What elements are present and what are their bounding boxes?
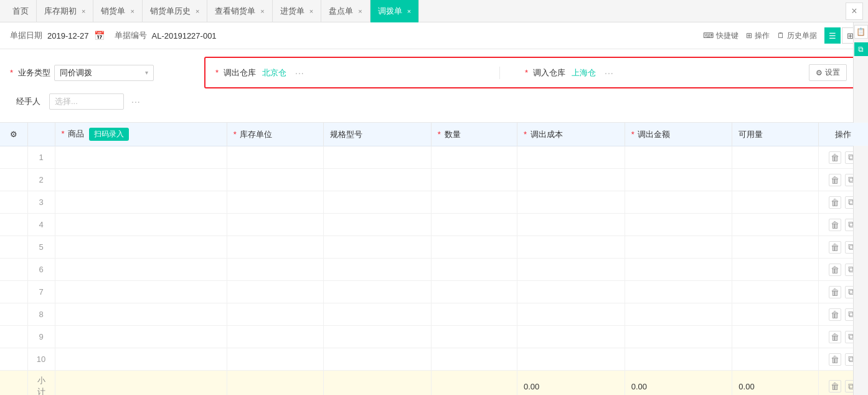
row-delete-icon[interactable]: 🗑 (829, 241, 841, 254)
row-available[interactable] (732, 348, 818, 371)
row-delete-icon[interactable]: 🗑 (829, 264, 841, 276)
row-spec[interactable] (324, 214, 432, 236)
row-product[interactable] (55, 169, 227, 191)
row-delete-icon[interactable]: 🗑 (829, 353, 841, 366)
row-product[interactable] (55, 259, 227, 281)
row-qty[interactable] (431, 191, 517, 214)
row-spec[interactable] (324, 146, 432, 169)
row-delete-icon[interactable]: 🗑 (829, 151, 841, 164)
handler-more-icon[interactable]: ··· (131, 97, 141, 107)
tab-home[interactable]: 首页 (5, 0, 37, 22)
row-delete-icon[interactable]: 🗑 (829, 196, 841, 209)
row-available[interactable] (732, 236, 818, 259)
row-unit[interactable] (227, 191, 323, 214)
row-available[interactable] (732, 303, 818, 326)
row-qty[interactable] (431, 259, 517, 281)
tab-view-sales-close[interactable]: × (260, 7, 264, 15)
row-product[interactable] (55, 236, 227, 259)
tab-view-sales[interactable]: 查看销货单 × (207, 0, 272, 22)
row-qty[interactable] (431, 348, 517, 371)
shortcut-action[interactable]: ⌨ 快捷键 (703, 31, 738, 41)
row-amount[interactable] (625, 146, 732, 169)
row-available[interactable] (732, 146, 818, 169)
row-spec[interactable] (324, 259, 432, 281)
tab-transfer-order-close[interactable]: × (407, 7, 411, 15)
gear-icon[interactable]: ⚙ (10, 130, 17, 139)
row-delete-icon[interactable]: 🗑 (829, 308, 841, 321)
handler-input[interactable]: 选择... (49, 93, 124, 110)
row-delete-icon[interactable]: 🗑 (829, 174, 841, 186)
row-product[interactable] (55, 191, 227, 214)
tab-purchase-order-close[interactable]: × (309, 7, 313, 15)
tab-inventory-check[interactable]: 盘点单 × (321, 0, 370, 22)
row-unit[interactable] (227, 259, 323, 281)
tab-transfer-order[interactable]: 调拨单 × (370, 0, 419, 22)
wh-in-more-icon[interactable]: ··· (605, 68, 614, 78)
row-product[interactable] (55, 326, 227, 348)
tab-sales-history[interactable]: 销货单历史 × (143, 0, 207, 22)
row-available[interactable] (732, 259, 818, 281)
row-unit[interactable] (227, 236, 323, 259)
row-qty[interactable] (431, 303, 517, 326)
row-cost[interactable] (517, 191, 625, 214)
row-cost[interactable] (517, 214, 625, 236)
row-qty[interactable] (431, 281, 517, 303)
window-close-button[interactable]: × (846, 2, 863, 20)
row-available[interactable] (732, 281, 818, 303)
th-gear[interactable]: ⚙ (0, 123, 27, 146)
wh-out-more-icon[interactable]: ··· (295, 68, 304, 78)
row-amount[interactable] (625, 191, 732, 214)
row-unit[interactable] (227, 281, 323, 303)
row-cost[interactable] (517, 169, 625, 191)
row-qty[interactable] (431, 169, 517, 191)
tab-sales-history-close[interactable]: × (196, 7, 199, 15)
row-product[interactable] (55, 146, 227, 169)
row-cost[interactable] (517, 259, 625, 281)
sidebar-external-btn[interactable]: ⧉ (854, 42, 868, 56)
row-cost[interactable] (517, 326, 625, 348)
row-qty[interactable] (431, 236, 517, 259)
row-spec[interactable] (324, 191, 432, 214)
biz-type-select[interactable]: 同价调拨 ▾ (54, 65, 154, 81)
row-delete-icon[interactable]: 🗑 (829, 286, 841, 298)
table-container[interactable]: ⚙ * 商品 扫码录入 * 库存单位 规格型号 (0, 123, 868, 395)
row-amount[interactable] (625, 259, 732, 281)
row-spec[interactable] (324, 348, 432, 371)
row-delete-icon[interactable]: 🗑 (829, 380, 841, 393)
row-unit[interactable] (227, 169, 323, 191)
row-product[interactable] (55, 281, 227, 303)
tab-inventory-init[interactable]: 库存期初 × (37, 0, 93, 22)
list-view-btn[interactable]: ☰ (824, 27, 841, 44)
row-unit[interactable] (227, 303, 323, 326)
row-amount[interactable] (625, 281, 732, 303)
scan-button[interactable]: 扫码录入 (89, 128, 129, 141)
operation-action[interactable]: ⊞ 操作 (746, 31, 770, 41)
row-available[interactable] (732, 214, 818, 236)
row-amount[interactable] (625, 303, 732, 326)
row-spec[interactable] (324, 326, 432, 348)
row-product[interactable] (55, 303, 227, 326)
row-available[interactable] (732, 191, 818, 214)
row-qty[interactable] (431, 326, 517, 348)
row-unit[interactable] (227, 146, 323, 169)
row-spec[interactable] (324, 169, 432, 191)
row-spec[interactable] (324, 303, 432, 326)
row-amount[interactable] (625, 326, 732, 348)
row-delete-icon[interactable]: 🗑 (829, 219, 841, 231)
sidebar-note-btn[interactable]: 📋 (854, 25, 868, 39)
row-qty[interactable] (431, 146, 517, 169)
row-cost[interactable] (517, 236, 625, 259)
row-amount[interactable] (625, 169, 732, 191)
row-amount[interactable] (625, 348, 732, 371)
row-qty[interactable] (431, 214, 517, 236)
row-product[interactable] (55, 214, 227, 236)
tab-purchase-order[interactable]: 进货单 × (273, 0, 321, 22)
row-available[interactable] (732, 326, 818, 348)
row-product[interactable] (55, 348, 227, 371)
wh-in-value[interactable]: 上海仓 (572, 67, 596, 79)
row-cost[interactable] (517, 303, 625, 326)
wh-out-value[interactable]: 北京仓 (262, 67, 286, 79)
history-action[interactable]: 🗒 历史单据 (777, 31, 817, 41)
tab-sales-order[interactable]: 销货单 × (93, 0, 142, 22)
row-delete-icon[interactable]: 🗑 (829, 331, 841, 343)
